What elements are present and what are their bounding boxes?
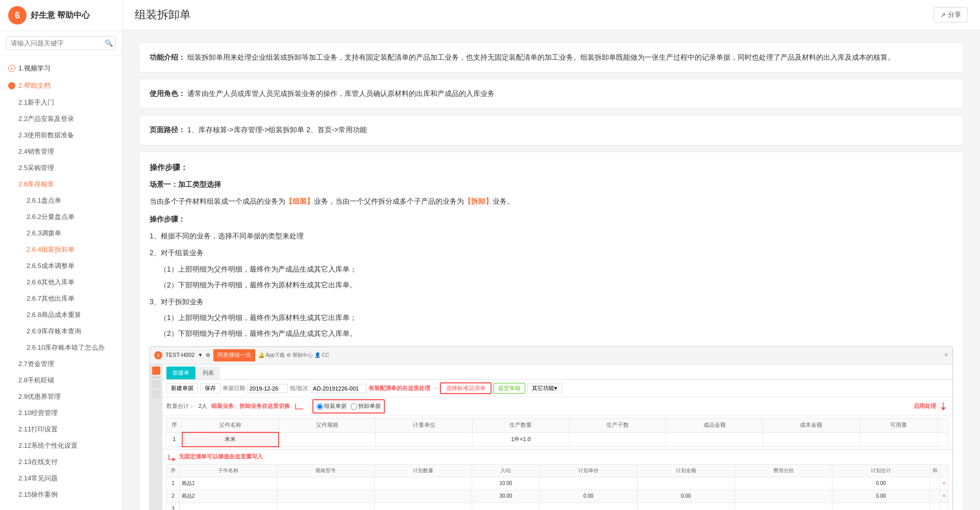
func-intro-card: 功能介绍： 组装拆卸单用来处理企业组装或拆卸等加工业务，支持有固定装配清单的产品… bbox=[139, 42, 964, 72]
sidebar-item-267[interactable]: 2.6.7其他出库单 bbox=[0, 290, 122, 307]
role-label: 使用角色： bbox=[150, 89, 185, 98]
path-card: 页面路径： 1、库存核算->库存管理->组装拆卸单 2、首页->常用功能 bbox=[139, 115, 964, 145]
sidebar-item-27[interactable]: 2.7资金管理 bbox=[0, 356, 122, 372]
sidebar-item-269[interactable]: 2.6.9库存账本查询 bbox=[0, 323, 122, 339]
sidebar-item-xinshou[interactable]: 2.1新手入门 bbox=[0, 94, 122, 111]
step1-text: 1、根据不同的业务，选择不同单据的类型来处理 bbox=[150, 230, 953, 242]
ss-settings-icon: ⚙ bbox=[206, 351, 210, 360]
sidebar-item-xiaoshou[interactable]: 2.4销售管理 bbox=[0, 143, 122, 160]
nav-category-docs: − 2.帮助文档 2.1新手入门 2.2产品安装及登录 2.3使用前数据准备 2… bbox=[0, 77, 122, 503]
ss-type-radio-1[interactable]: 组装单据 bbox=[316, 401, 347, 411]
ss-type-selector: 组装单据 拆卸单据 bbox=[312, 399, 385, 414]
docs-sublist: 2.1新手入门 2.2产品安装及登录 2.3使用前数据准备 2.4销售管理 2.… bbox=[0, 94, 122, 503]
share-button[interactable]: ↗ 分享 bbox=[934, 7, 968, 22]
sidebar-item-211[interactable]: 2.11打印设置 bbox=[0, 421, 122, 438]
step2-2-text: （2）下部明细为子件明细，最终作为原材料生成其它出库单。 bbox=[150, 279, 953, 292]
search-area: 🔍 bbox=[0, 31, 122, 56]
path-text: 1、库存核算->库存管理->组装拆卸单 2、首页->常用功能 bbox=[187, 126, 367, 134]
sidebar-item-268[interactable]: 2.6.8商品成本重算 bbox=[0, 307, 122, 323]
sidebar-item-docs[interactable]: − 2.帮助文档 bbox=[0, 77, 122, 94]
main-content: 功能介绍： 组装拆卸单用来处理企业组装或拆卸等加工业务，支持有固定装配清单的产品… bbox=[122, 30, 980, 510]
sidebar-item-212[interactable]: 2.12系统个性化设置 bbox=[0, 438, 122, 454]
ss-left-icon3 bbox=[152, 390, 160, 398]
ss-tab-new[interactable]: 新建单 bbox=[166, 367, 195, 380]
sidebar-item-263[interactable]: 2.6.3调拨单 bbox=[0, 225, 122, 241]
role-text: 通常由生产人员或库管人员完成拆装业务的操作，库管人员确认原材料的出库和产成品的入… bbox=[187, 89, 495, 98]
ss-system-id: TEST-H002 bbox=[165, 350, 194, 360]
svg-marker-2 bbox=[173, 457, 176, 462]
logo-title: 好生意 帮助中心 bbox=[31, 10, 90, 21]
ss-dropdown: ▼ bbox=[198, 351, 203, 360]
ss-left-icon2 bbox=[152, 380, 160, 388]
sidebar-item-29[interactable]: 2.9优惠券管理 bbox=[0, 388, 122, 405]
ss-arrow-right: → bbox=[432, 383, 438, 394]
ss-type-radio-2[interactable]: 拆卸单据 bbox=[351, 401, 381, 411]
nav-list: + 1.视频学习 − 2.帮助文档 2.1新手入门 2.2产品安装及登录 2.3… bbox=[0, 56, 122, 510]
sidebar-item-261[interactable]: 2.6.1盘点单 bbox=[0, 192, 122, 209]
main-header: 组装拆卸单 ↗ 分享 bbox=[122, 0, 980, 30]
sidebar-item-265[interactable]: 2.6.5成本调整单 bbox=[0, 258, 122, 274]
ops-title: 操作步骤： bbox=[150, 160, 953, 174]
sidebar-item-label: 2.帮助文档 bbox=[18, 81, 51, 90]
ss-lower-table: 序 子件名称 规格型号 计划数量 入/出 计划单价 计划金额 费用分担 计划合计 bbox=[166, 464, 948, 510]
sidebar-item-video[interactable]: + 1.视频学习 bbox=[0, 60, 122, 77]
search-icon: 🔍 bbox=[105, 39, 113, 47]
step3-block: 3、对于拆卸业务 （1）上部明细为父件明细，最终作为原材料生成其它出库单； （2… bbox=[150, 296, 953, 341]
search-button[interactable]: 🔍 bbox=[101, 37, 116, 50]
ss-left-icon1 bbox=[152, 367, 160, 375]
ss-field-date[interactable] bbox=[247, 384, 288, 393]
ss-annotation1: 组装业务、拆卸业务在这里切换 bbox=[211, 401, 290, 411]
ss-btn-save[interactable]: 保存 bbox=[200, 383, 220, 394]
ss-btn-apply[interactable]: 选择标准品清单 bbox=[440, 382, 492, 394]
ss-close-icon: × bbox=[944, 349, 948, 361]
ss-logo: 6 bbox=[154, 351, 162, 359]
sidebar-item-2610[interactable]: 2.6.10库存账本错了怎么办 bbox=[0, 339, 122, 356]
sidebar-item-213[interactable]: 2.13在线支付 bbox=[0, 454, 122, 470]
ss-annotation4: 无固定清单可以插值在这里重写入 bbox=[179, 452, 263, 462]
ss-annotation3-arrow bbox=[938, 401, 948, 411]
sidebar-item-28[interactable]: 2.8手机旺铺 bbox=[0, 372, 122, 388]
sidebar-item-214[interactable]: 2.14常见问题 bbox=[0, 470, 122, 487]
steps-intro: 操作步骤： bbox=[150, 215, 185, 223]
ss-annotation4-arrow bbox=[166, 452, 177, 462]
step2-1-text: （1）上部明细为父件明细，最终作为产成品生成其它入库单； bbox=[150, 263, 953, 276]
main-area: 组装拆卸单 ↗ 分享 功能介绍： 组装拆卸单用来处理企业组装或拆卸等加工业务，支… bbox=[122, 0, 980, 510]
search-input[interactable] bbox=[7, 37, 101, 50]
share-icon: ↗ bbox=[940, 11, 946, 19]
ss-tab-list[interactable]: 列表 bbox=[197, 367, 220, 380]
ss-btn-add-order[interactable]: 新建单据 bbox=[166, 383, 198, 394]
sidebar-item-label: 1.视频学习 bbox=[18, 64, 51, 73]
path-label: 页面路径： bbox=[150, 126, 185, 134]
step3-text: 3、对于拆卸业务 bbox=[150, 296, 953, 308]
sidebar-item-caigou[interactable]: 2.5采购管理 bbox=[0, 160, 122, 176]
sidebar-item-210[interactable]: 2.10经营管理 bbox=[0, 405, 122, 421]
step1-block: 1、根据不同的业务，选择不同单据的类型来处理 bbox=[150, 230, 953, 242]
sidebar-item-262[interactable]: 2.6.2分量盘点单 bbox=[0, 209, 122, 225]
ss-annotation2: 有装配清单的在这里处理 bbox=[369, 383, 430, 394]
screenshot-area: 6 TEST-H002 ▼ ⚙ 同意继续一次 🔔 App下载 ⚙ 帮助中心 👤 … bbox=[150, 346, 953, 510]
ss-annotation1-arrow bbox=[293, 401, 308, 411]
sidebar-item-anzhuang[interactable]: 2.2产品安装及登录 bbox=[0, 111, 122, 127]
ss-upper-table: 序 父件名称 父件规格 计量单位 生产数量 生产子数 成品金额 成本金额 可用量 bbox=[166, 418, 948, 447]
func-intro-text: 组装拆卸单用来处理企业组装或拆卸等加工业务，支持有固定装配清单的产品加工业务，也… bbox=[187, 53, 895, 61]
ss-btn-submit[interactable]: 提交审核 bbox=[494, 383, 525, 394]
ops-card: 操作步骤： 场景一：加工类型选择 当由多个子件材料组装成一个成品的业务为【组装】… bbox=[139, 152, 964, 510]
sidebar-item-shuju[interactable]: 2.3使用前数据准备 bbox=[0, 127, 122, 143]
ss-divider bbox=[152, 377, 160, 378]
ss-field-group[interactable] bbox=[310, 384, 366, 393]
ss-field-group-label: 组/批次 bbox=[290, 383, 308, 394]
search-wrap: 🔍 bbox=[6, 36, 116, 50]
share-label: 分享 bbox=[948, 10, 961, 19]
ss-btn-more[interactable]: 其它功能▾ bbox=[527, 383, 562, 394]
ss-icons-area: 🔔 App下载 ⚙ 帮助中心 👤 CC bbox=[258, 351, 329, 360]
ss-confirm-btn: 同意继续一次 bbox=[213, 349, 255, 361]
scene1-desc: 当由多个子件材料组装成一个成品的业务为【组装】业务，当由一个父件拆分成多个子产品… bbox=[150, 195, 953, 208]
sidebar-item-266[interactable]: 2.6.6其他入库单 bbox=[0, 274, 122, 290]
func-intro-label: 功能介绍： bbox=[150, 53, 185, 61]
step2-text: 2、对于组装业务 bbox=[150, 247, 953, 259]
sidebar-item-264[interactable]: 2.6.4组装拆卸单 bbox=[0, 241, 122, 258]
expand-icon: + bbox=[8, 65, 15, 72]
sidebar-item-215[interactable]: 2.15操作案例 bbox=[0, 487, 122, 503]
sidebar-item-kucun[interactable]: 2.6库存核算 bbox=[0, 176, 122, 192]
logo-area: 6 好生意 帮助中心 bbox=[0, 0, 122, 31]
